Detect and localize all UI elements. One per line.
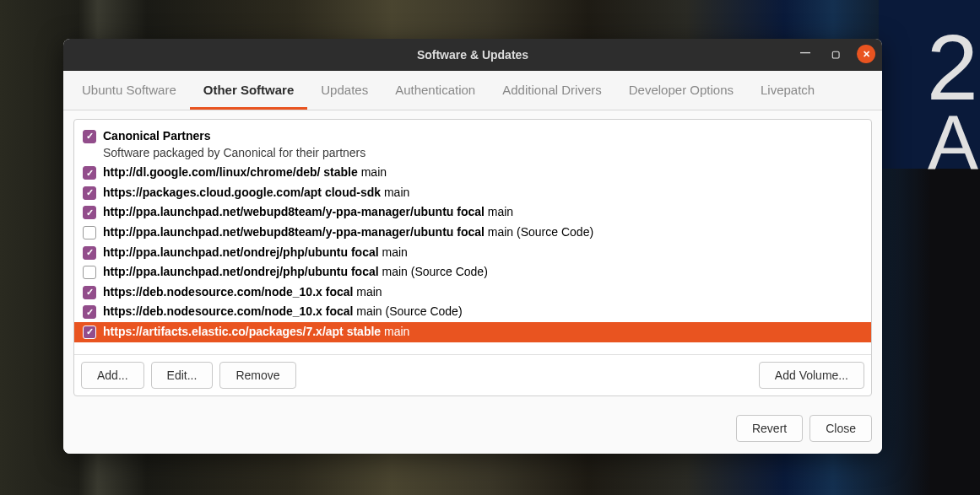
source-row[interactable]: https://deb.nodesource.com/node_10.x foc… (74, 282, 871, 303)
source-label: http://ppa.launchpad.net/webupd8team/y-p… (103, 204, 513, 221)
revert-button[interactable]: Revert (736, 415, 803, 442)
source-checkbox[interactable] (83, 246, 96, 260)
source-checkbox[interactable] (83, 130, 96, 143)
content-area: Canonical PartnersSoftware packaged by C… (63, 110, 882, 406)
source-row[interactable]: http://ppa.launchpad.net/ondrej/php/ubun… (74, 262, 871, 282)
dialog-actions: Revert Close (63, 406, 882, 454)
maximize-button[interactable] (826, 45, 845, 63)
source-label: http://ppa.launchpad.net/ondrej/php/ubun… (103, 264, 488, 281)
source-checkbox[interactable] (83, 186, 96, 200)
source-checkbox[interactable] (83, 226, 96, 239)
source-row[interactable]: https://deb.nodesource.com/node_10.x foc… (74, 302, 871, 322)
edit-button[interactable]: Edit... (151, 362, 214, 389)
tab-bar: Ubuntu SoftwareOther SoftwareUpdatesAuth… (63, 71, 882, 110)
window-controls (796, 45, 875, 63)
tab-ubuntu-software[interactable]: Ubuntu Software (68, 71, 190, 110)
source-row[interactable]: http://dl.google.com/linux/chrome/deb/ s… (74, 163, 871, 183)
source-label: https://deb.nodesource.com/node_10.x foc… (103, 284, 382, 301)
tab-other-software[interactable]: Other Software (190, 71, 308, 110)
source-row[interactable]: http://ppa.launchpad.net/webupd8team/y-p… (74, 202, 871, 223)
window-title: Software & Updates (417, 48, 528, 62)
close-button[interactable]: Close (809, 415, 872, 442)
source-row[interactable]: http://ppa.launchpad.net/ondrej/php/ubun… (74, 243, 871, 263)
software-updates-window: Software & Updates Ubuntu SoftwareOther … (63, 39, 882, 454)
add-volume-button[interactable]: Add Volume... (759, 362, 864, 389)
source-checkbox[interactable] (83, 166, 96, 180)
titlebar: Software & Updates (63, 39, 882, 71)
source-row[interactable]: https://packages.cloud.google.com/apt cl… (74, 183, 871, 203)
source-label: https://artifacts.elastic.co/packages/7.… (103, 324, 409, 341)
minimize-button[interactable] (796, 45, 815, 63)
tab-updates[interactable]: Updates (307, 71, 382, 110)
tab-developer-options[interactable]: Developer Options (615, 71, 747, 110)
tab-additional-drivers[interactable]: Additional Drivers (489, 71, 615, 110)
source-label: https://deb.nodesource.com/node_10.x foc… (103, 304, 463, 320)
source-checkbox[interactable] (83, 286, 96, 299)
list-actions: Add... Edit... Remove Add Volume... (74, 354, 871, 395)
source-row[interactable]: http://ppa.launchpad.net/webupd8team/y-p… (74, 223, 871, 243)
source-checkbox[interactable] (83, 326, 96, 339)
sources-list[interactable]: Canonical PartnersSoftware packaged by C… (74, 120, 871, 354)
source-checkbox[interactable] (83, 305, 96, 319)
sources-frame: Canonical PartnersSoftware packaged by C… (73, 119, 872, 396)
source-row[interactable]: Canonical PartnersSoftware packaged by C… (74, 126, 871, 163)
source-label: http://ppa.launchpad.net/webupd8team/y-p… (103, 224, 593, 241)
source-label: Canonical PartnersSoftware packaged by C… (103, 128, 365, 161)
remove-button[interactable]: Remove (219, 362, 295, 389)
source-label: http://ppa.launchpad.net/ondrej/php/ubun… (103, 245, 408, 261)
source-label: https://packages.cloud.google.com/apt cl… (103, 185, 409, 202)
tab-livepatch[interactable]: Livepatch (747, 71, 828, 110)
tab-authentication[interactable]: Authentication (382, 71, 489, 110)
add-button[interactable]: Add... (81, 362, 144, 389)
source-label: http://dl.google.com/linux/chrome/deb/ s… (103, 164, 387, 181)
source-checkbox[interactable] (83, 266, 96, 279)
source-checkbox[interactable] (83, 206, 96, 219)
close-window-button[interactable] (857, 45, 875, 63)
source-row[interactable]: https://artifacts.elastic.co/packages/7.… (74, 322, 871, 342)
